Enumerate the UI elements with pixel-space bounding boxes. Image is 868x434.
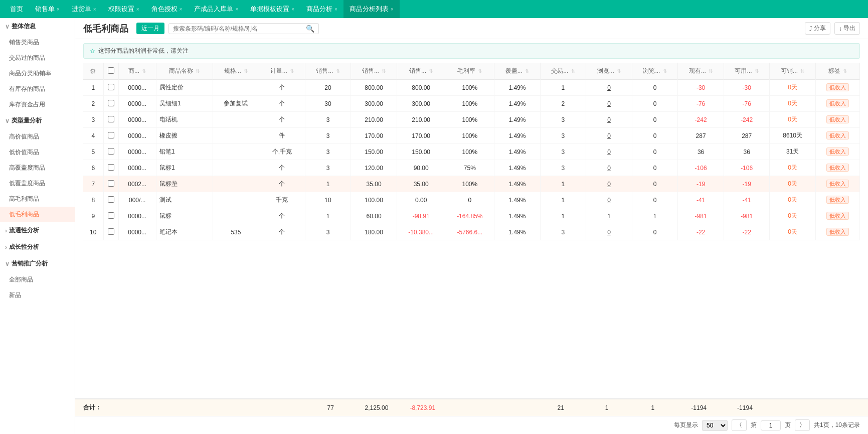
col-coverage[interactable]: 覆盖... ⇅ xyxy=(494,63,541,80)
col-checkbox[interactable] xyxy=(103,63,118,80)
cell-view1[interactable]: 0 xyxy=(586,128,632,144)
cell-view1[interactable]: 1 xyxy=(586,208,632,224)
per-page-select[interactable]: 50 20 100 xyxy=(702,420,728,431)
cell-checkbox[interactable] xyxy=(103,192,118,208)
cell-view1[interactable]: 0 xyxy=(586,224,632,240)
cell-checkbox[interactable] xyxy=(103,160,118,176)
sidebar-item-sales-products[interactable]: 销售类商品 xyxy=(0,35,75,50)
cell-view1[interactable]: 0 xyxy=(586,144,632,160)
row-checkbox[interactable] xyxy=(108,180,114,187)
row-checkbox[interactable] xyxy=(108,148,114,155)
nav-purchase-order[interactable]: 进货单 × xyxy=(66,0,102,18)
col-sales-qty[interactable]: 销售... ⇅ xyxy=(305,63,351,80)
cell-view1[interactable]: 0 xyxy=(586,176,632,192)
sidebar-item-low-margin[interactable]: 低毛利商品 xyxy=(0,207,75,222)
prev-page-button[interactable]: 〈 xyxy=(732,419,747,431)
cell-view1[interactable]: 0 xyxy=(586,112,632,128)
cell-checkbox[interactable] xyxy=(103,112,118,128)
view1-link[interactable]: 1 xyxy=(607,213,611,220)
search-icon[interactable]: 🔍 xyxy=(306,25,314,33)
row-checkbox[interactable] xyxy=(108,132,114,138)
col-sales-profit[interactable]: 销售... ⇅ xyxy=(397,63,445,80)
close-icon[interactable]: × xyxy=(136,7,139,12)
col-code[interactable]: 商... ⇅ xyxy=(118,63,156,80)
cell-checkbox[interactable] xyxy=(103,96,118,112)
col-spec[interactable]: 规格... ⇅ xyxy=(213,63,259,80)
view1-link[interactable]: 0 xyxy=(607,116,611,123)
sidebar-section-growth[interactable]: › 成长性分析 xyxy=(0,239,75,255)
close-icon[interactable]: × xyxy=(180,7,183,12)
col-trade-count[interactable]: 交易... ⇅ xyxy=(540,63,586,80)
sidebar-item-low-coverage[interactable]: 低覆盖度商品 xyxy=(0,176,75,191)
nav-sales-order[interactable]: 销售单 × xyxy=(29,0,66,18)
close-icon[interactable]: × xyxy=(334,7,337,12)
view1-link[interactable]: 0 xyxy=(607,197,611,204)
time-filter-button[interactable]: 近一月 xyxy=(136,23,164,34)
cell-checkbox[interactable] xyxy=(103,224,118,240)
cell-view1[interactable]: 0 xyxy=(586,80,632,96)
next-page-button[interactable]: 〉 xyxy=(795,419,810,431)
close-icon[interactable]: × xyxy=(391,7,394,12)
sidebar-section-marketing[interactable]: ∨ 营销推广分析 xyxy=(0,255,75,272)
col-current-stock[interactable]: 现有... ⇅ xyxy=(678,63,724,80)
col-sellable[interactable]: 可销... ⇅ xyxy=(770,63,816,80)
col-sales-amount[interactable]: 销售... ⇅ xyxy=(351,63,397,80)
view1-link[interactable]: 0 xyxy=(607,181,611,188)
view1-link[interactable]: 0 xyxy=(607,100,611,107)
nav-template-settings[interactable]: 单据模板设置 × xyxy=(244,0,300,18)
cell-view1[interactable]: 0 xyxy=(586,96,632,112)
sidebar-item-traded-products[interactable]: 交易过的商品 xyxy=(0,50,75,66)
view1-link[interactable]: 0 xyxy=(607,149,611,156)
cell-checkbox[interactable] xyxy=(103,208,118,224)
cell-checkbox[interactable] xyxy=(103,176,118,192)
row-checkbox[interactable] xyxy=(108,116,114,122)
col-available[interactable]: 可用... ⇅ xyxy=(724,63,770,80)
select-all-checkbox[interactable] xyxy=(108,67,114,74)
view1-link[interactable]: 0 xyxy=(607,165,611,172)
nav-role-auth[interactable]: 角色授权 × xyxy=(145,0,189,18)
row-checkbox[interactable] xyxy=(108,196,114,203)
nav-product-analysis[interactable]: 商品分析 × xyxy=(300,0,343,18)
col-settings[interactable]: ⚙ xyxy=(83,63,103,80)
col-name[interactable]: 商品名称 ⇅ xyxy=(156,63,213,80)
col-tag[interactable]: 标签 ⇅ xyxy=(815,63,859,80)
col-unit[interactable]: 计量... ⇅ xyxy=(259,63,305,80)
close-icon[interactable]: × xyxy=(93,7,96,12)
close-icon[interactable]: × xyxy=(291,7,294,12)
cell-view1[interactable]: 0 xyxy=(586,192,632,208)
col-view2[interactable]: 浏览... ⇅ xyxy=(632,63,678,80)
row-checkbox[interactable] xyxy=(108,228,114,235)
table-wrapper[interactable]: ⚙ 商... ⇅ 商品名称 ⇅ 规格... ⇅ 计量... ⇅ 销售... ⇅ … xyxy=(75,63,868,398)
view1-link[interactable]: 0 xyxy=(607,132,611,139)
row-checkbox[interactable] xyxy=(108,100,114,106)
sidebar-item-new-products[interactable]: 新品 xyxy=(0,287,75,303)
view1-link[interactable]: 0 xyxy=(607,84,611,91)
export-button[interactable]: ↓ 导出 xyxy=(834,22,860,35)
sidebar-item-all-products[interactable]: 全部商品 xyxy=(0,272,75,287)
nav-home[interactable]: 首页 xyxy=(4,0,29,18)
sidebar-item-stock-capital[interactable]: 库存资金占用 xyxy=(0,97,75,112)
sidebar-section-type-analysis[interactable]: ∨ 类型量分析 xyxy=(0,112,75,129)
search-input[interactable] xyxy=(173,25,306,32)
nav-product-analysis-list[interactable]: 商品分析列表 × xyxy=(343,0,400,18)
settings-icon[interactable]: ⚙ xyxy=(90,67,96,75)
col-view1[interactable]: 浏览... ⇅ xyxy=(586,63,632,80)
nav-permission-settings[interactable]: 权限设置 × xyxy=(102,0,145,18)
sidebar-section-circulation[interactable]: › 流通性分析 xyxy=(0,222,75,239)
view1-link[interactable]: 0 xyxy=(607,229,611,236)
nav-product-entry[interactable]: 产成品入库单 × xyxy=(188,0,244,18)
row-checkbox[interactable] xyxy=(108,84,114,90)
page-number-input[interactable] xyxy=(761,420,781,430)
row-checkbox[interactable] xyxy=(108,164,114,171)
cell-view1[interactable]: 0 xyxy=(586,160,632,176)
close-icon[interactable]: × xyxy=(57,7,60,12)
cell-checkbox[interactable] xyxy=(103,128,118,144)
share-button[interactable]: ⤴ 分享 xyxy=(805,22,830,35)
sidebar-item-stocked-products[interactable]: 有库存的商品 xyxy=(0,81,75,97)
sidebar-item-high-coverage[interactable]: 高覆盖度商品 xyxy=(0,160,75,176)
sidebar-item-high-margin[interactable]: 高毛利商品 xyxy=(0,191,75,207)
sidebar-section-overall[interactable]: ∨ 整体信息 xyxy=(0,18,75,35)
close-icon[interactable]: × xyxy=(235,7,238,12)
col-margin-rate[interactable]: 毛利率 ⇅ xyxy=(445,63,494,80)
sidebar-item-high-value[interactable]: 高价值商品 xyxy=(0,129,75,144)
